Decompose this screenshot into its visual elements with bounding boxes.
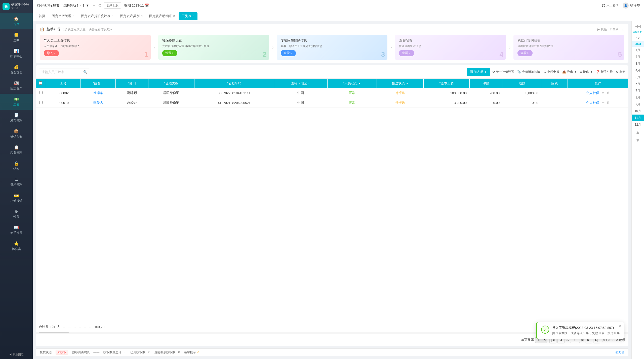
calendar-month-8[interactable]: 8月 <box>632 94 644 101</box>
step-import-button[interactable]: 导入＞ <box>44 50 59 56</box>
filter-icon[interactable]: ▼ <box>358 82 361 85</box>
sidebar-item-expense[interactable]: 💳 小畅报销 <box>0 190 33 206</box>
help-link[interactable]: ? 帮助 <box>610 27 619 32</box>
calendar-month-12[interactable]: 12月 <box>632 121 644 128</box>
recharge-link[interactable]: 去充值 <box>615 350 624 354</box>
col-report-status[interactable]: 报送状态 ▼ <box>377 79 424 88</box>
tab-close-icon[interactable]: ✕ <box>192 15 194 17</box>
tab-asset-type[interactable]: 固定资产类别 ✕ <box>117 12 146 20</box>
action-social-link[interactable]: 个人社保 <box>586 101 599 105</box>
sidebar-item-settings[interactable]: ⚙ 设置 <box>0 206 33 222</box>
tab-depreciation[interactable]: 固定资产折旧统计表 ✕ <box>78 12 116 20</box>
filter-icon[interactable]: ▼ <box>406 82 409 85</box>
close-period-icon: 🔒 <box>14 161 19 166</box>
sidebar-item-fixed-assets[interactable]: 🏭 固定资产 <box>0 78 33 94</box>
employee-status: 正常 <box>327 88 377 98</box>
tax-report-button[interactable]: 🖨 个税申报 <box>543 70 559 74</box>
add-employee-button[interactable]: 添加人员 ▼ <box>467 68 490 76</box>
operations-arrow-icon: ▼ <box>590 70 593 74</box>
tab-home[interactable]: 首页 <box>36 12 48 20</box>
row-checkbox[interactable] <box>39 101 43 104</box>
employee-name-link[interactable]: 徐泽华 <box>93 91 103 95</box>
refresh-button[interactable]: ↻ 刷新 <box>616 70 625 74</box>
search-box[interactable]: 🔍 <box>39 69 90 75</box>
sidebar-item-invoices[interactable]: 🧾 发票管理 <box>0 110 33 126</box>
panel-up-icon[interactable]: ▲ <box>636 128 640 136</box>
calendar-month-3[interactable]: 3月 <box>632 60 644 67</box>
step-view-button[interactable]: 查看＞ <box>281 50 296 56</box>
calendar-month-10[interactable]: 10月 <box>632 108 644 115</box>
export-button[interactable]: 📤 导出 ▼ <box>562 70 577 74</box>
search-input[interactable] <box>42 70 82 74</box>
tab-close-icon[interactable]: ✕ <box>72 15 74 17</box>
guide-close-button[interactable]: ✕ <box>622 28 624 31</box>
allowance: 0.00 <box>470 98 503 108</box>
social-insurance-icon: ⚙ <box>492 70 495 74</box>
action-social-link[interactable]: 个人社保 <box>586 91 599 95</box>
sort-icon[interactable]: ⇅ <box>101 82 103 85</box>
calendar-month-7[interactable]: 7月 <box>632 87 644 94</box>
operations-button[interactable]: ≡ 操作 ▼ <box>580 70 593 74</box>
calendar-month-5[interactable]: 5月 <box>632 74 644 81</box>
account-selector[interactable]: 刘小艳演示账套（勿删勿动！）1 ▼ <box>37 3 89 8</box>
sidebar-item-ledger[interactable]: 📒 总账 <box>0 29 33 45</box>
tab-close-icon[interactable]: ✕ <box>141 15 143 17</box>
col-status[interactable]: *人员状态 ▼ <box>327 79 377 88</box>
calendar-year-2023[interactable]: 2023 <box>632 41 644 47</box>
sidebar-item-payroll[interactable]: 💵 工资 <box>0 94 33 110</box>
sidebar-item-tax[interactable]: 📋 税务管理 <box>0 142 33 158</box>
sidebar-item-archive[interactable]: 🗂 归档管理 <box>0 174 33 190</box>
sidebar-item-funds[interactable]: 💰 资金管理 <box>0 62 33 78</box>
sidebar-item-close[interactable]: 🔒 结账 <box>0 158 33 174</box>
calendar-month-6[interactable]: 6月 <box>632 81 644 87</box>
sidebar-item-guide[interactable]: 📖 新手引导 <box>0 222 33 238</box>
settings-account-icon[interactable]: ⚙ <box>98 3 102 8</box>
nationality: 中国 <box>274 88 327 98</box>
inventory-icon: 📦 <box>14 129 19 134</box>
employee-name-link[interactable]: 李俊杰 <box>93 101 103 105</box>
special-deduction-button[interactable]: 📎 专项附加扣除 <box>517 70 540 74</box>
step-settings-button[interactable]: 设置＞ <box>162 50 177 56</box>
sidebar-item-home[interactable]: 🏠 首页 <box>0 13 33 29</box>
toast-close-button[interactable]: ✕ <box>618 324 621 328</box>
select-all-checkbox[interactable] <box>39 81 42 85</box>
action-edit-icon[interactable]: ✏ <box>602 91 605 95</box>
step-tax-button[interactable]: 查看＞ <box>517 50 533 56</box>
video-link[interactable]: ▶ 视频 <box>597 27 607 32</box>
panel-down-icon[interactable]: ▼ <box>636 136 640 145</box>
guide-button[interactable]: ❓ 新手引导 <box>596 70 613 74</box>
calendar-month-9[interactable]: 9月 <box>632 101 644 108</box>
unpin-button[interactable]: ◀ 取消固定 <box>0 350 33 359</box>
old-version-button[interactable]: 切到旧版 <box>104 2 121 9</box>
sidebar-item-inventory[interactable]: 📦 进销台账 <box>0 126 33 142</box>
calendar-month-4[interactable]: 4月 <box>632 67 644 74</box>
action-edit-icon[interactable]: ✏ <box>602 101 605 105</box>
tab-fixed-assets[interactable]: 固定资产管理 ✕ <box>49 12 77 20</box>
scrollbar-thumb[interactable] <box>39 332 69 333</box>
social-insurance-button[interactable]: ⚙ 统一社保设置 <box>492 70 514 74</box>
period-value: 2023-11 <box>132 4 144 7</box>
tab-close-icon[interactable]: ✕ <box>173 15 175 17</box>
avatar: 👤 <box>623 3 629 9</box>
col-name[interactable]: *姓名 ⇅ <box>81 79 116 88</box>
help-button[interactable]: 🎧 人工咨询 <box>602 3 619 8</box>
tab-label: 固定资产管理 <box>52 14 71 18</box>
calendar-month-1[interactable]: 1月 <box>632 47 644 54</box>
sidebar-item-member[interactable]: ⭐ 畅会员 <box>0 238 33 254</box>
step-report-button[interactable]: 查看＞ <box>399 50 414 56</box>
calendar-month-12-prev[interactable]: 12 <box>632 35 644 41</box>
calendar-month-2[interactable]: 2月 <box>632 54 644 60</box>
row-checkbox[interactable] <box>39 91 43 94</box>
calendar-month-11[interactable]: 11月 <box>632 115 644 121</box>
panel-expand-icon[interactable]: ◀◀ <box>634 23 642 29</box>
step-desc: 查看、导入员工专项附加扣除信息 <box>281 44 384 48</box>
sidebar-item-reports[interactable]: 📊 报表中心 <box>0 45 33 62</box>
tab-asset-detail[interactable]: 固定资产明细账 ✕ <box>146 12 178 20</box>
tab-payroll[interactable]: 工资表 ✕ <box>179 12 197 20</box>
action-delete-icon[interactable]: 🗑 <box>607 91 610 95</box>
action-delete-icon[interactable]: 🗑 <box>607 101 610 105</box>
add-account-icon[interactable]: ＋ <box>92 3 96 8</box>
period-selector[interactable]: 账期 2023-11 📅 <box>124 3 149 8</box>
footer-dash-6: -- <box>89 325 92 329</box>
tab-close-icon[interactable]: ✕ <box>111 15 113 17</box>
